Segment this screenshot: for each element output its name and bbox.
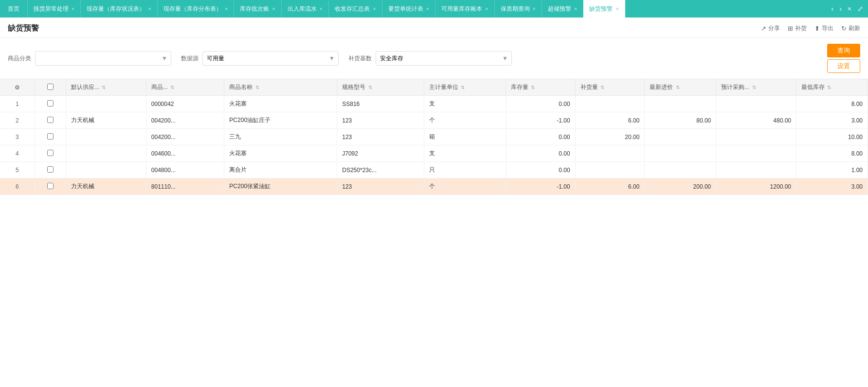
tab-fullscreen-button[interactable]: ⤢	[854, 0, 866, 18]
row-restock-qty	[575, 162, 645, 178]
tab-label: 现存量（库存分布表）	[163, 5, 222, 13]
row-min-stock: 10.00	[796, 129, 868, 145]
col-default-supplier[interactable]: 默认供应... ⇅	[66, 79, 146, 96]
row-checkbox[interactable]	[47, 150, 54, 156]
row-stock: -1.00	[506, 112, 575, 129]
row-checkbox-cell[interactable]	[35, 162, 66, 178]
tab-overstock[interactable]: 超储预警×	[542, 0, 583, 18]
row-spec: J7092	[337, 145, 424, 162]
tab-available-ledger[interactable]: 可用量库存账本×	[435, 0, 494, 18]
restock-button[interactable]: ⊞ 补货	[788, 24, 807, 33]
row-unit: 个	[424, 112, 506, 129]
row-checkbox[interactable]	[47, 166, 54, 173]
row-latest-price: 200.00	[645, 178, 716, 195]
col-est-purchase[interactable]: 预计采购... ⇅	[716, 79, 796, 96]
tab-next-button[interactable]: ›	[836, 0, 845, 18]
col-gear[interactable]: ⚙	[0, 79, 35, 96]
datasource-select-wrapper: 可用量 ▼	[202, 51, 339, 66]
tab-close-icon[interactable]: ×	[533, 6, 536, 12]
col-product-name[interactable]: 商品名称 ⇅	[224, 79, 337, 96]
tab-label: 现存量（库存状况表）	[87, 5, 145, 13]
sort-icon-name: ⇅	[255, 85, 259, 90]
category-select-wrapper: ▼	[35, 51, 171, 66]
col-restock-qty[interactable]: 补货量 ⇅	[575, 79, 645, 96]
tab-close-icon[interactable]: ×	[373, 6, 376, 12]
share-button[interactable]: ↗ 分享	[761, 24, 780, 33]
tab-close-icon[interactable]: ×	[574, 6, 577, 12]
row-latest-price: 80.00	[645, 112, 716, 129]
select-all-checkbox[interactable]	[47, 84, 54, 90]
tab-home[interactable]: 首页	[0, 0, 28, 18]
col-spec[interactable]: 规格型号 ⇅	[337, 79, 424, 96]
row-checkbox[interactable]	[47, 133, 54, 140]
row-supplier: 力天机械	[66, 112, 146, 129]
col-product-code[interactable]: 商品... ⇅	[146, 79, 224, 96]
sort-icon-supplier: ⇅	[102, 85, 106, 90]
row-product-code: 004600...	[146, 145, 224, 162]
tab-batch-account[interactable]: 库存批次账×	[234, 0, 281, 18]
row-supplier	[66, 162, 146, 178]
row-restock-qty	[575, 145, 645, 162]
tab-close-icon[interactable]: ×	[225, 6, 228, 12]
main-content: 缺货预警 ↗ 分享 ⊞ 补货 ⬆ 导出 ↻ 刷新 商品分类	[0, 18, 868, 387]
col-unit[interactable]: 主计量单位 ⇅	[424, 79, 506, 96]
gear-icon[interactable]: ⚙	[15, 84, 20, 91]
tab-prev-button[interactable]: ‹	[828, 0, 836, 18]
tab-label: 超储预警	[548, 5, 571, 13]
col-min-stock[interactable]: 最低库存 ⇅	[796, 79, 868, 96]
settings-button[interactable]: 设置	[827, 59, 860, 73]
row-checkbox-cell[interactable]	[35, 145, 66, 162]
row-min-stock: 3.00	[796, 178, 868, 195]
export-button[interactable]: ⬆ 导出	[814, 24, 833, 33]
tab-label: 要货单统计表	[388, 5, 423, 13]
tab-recv-summary[interactable]: 收发存汇总表×	[329, 0, 382, 18]
tab-inventory-status[interactable]: 现存量（库存状况表）×	[81, 0, 157, 18]
row-min-stock: 1.00	[796, 162, 868, 178]
row-checkbox-cell[interactable]	[35, 178, 66, 195]
row-checkbox[interactable]	[47, 183, 54, 189]
tab-close-icon[interactable]: ×	[320, 6, 323, 12]
col-latest-price[interactable]: 最新进价 ⇅	[645, 79, 716, 96]
tab-exception[interactable]: 拣货异常处理×	[28, 0, 81, 18]
row-est-purchase	[716, 145, 796, 162]
col-stock[interactable]: 库存量 ⇅	[506, 79, 575, 96]
row-product-name: 离合片	[224, 162, 337, 178]
row-restock-qty: 20.00	[575, 129, 645, 145]
tab-close-button[interactable]: ×	[845, 0, 854, 18]
row-product-name: 火花塞	[224, 96, 337, 112]
row-checkbox[interactable]	[47, 117, 54, 123]
row-product-code: 004200...	[146, 129, 224, 145]
page-title: 缺货预警	[8, 23, 39, 34]
row-num-cell: 6	[0, 178, 35, 195]
tab-close-icon[interactable]: ×	[148, 6, 151, 12]
refresh-button[interactable]: ↻ 刷新	[841, 24, 860, 33]
row-product-name: PC200张紧油缸	[224, 178, 337, 195]
tab-close-icon[interactable]: ×	[426, 6, 429, 12]
row-latest-price	[645, 145, 716, 162]
tab-close-icon[interactable]: ×	[485, 6, 488, 12]
table-container: ⚙ 默认供应... ⇅ 商品... ⇅ 商品名称 ⇅	[0, 79, 868, 195]
tab-inventory-dist[interactable]: 现存量（库存分布表）×	[158, 0, 234, 18]
restock-basis-select[interactable]: 安全库存	[376, 51, 512, 66]
tab-shortage[interactable]: 缺货预警×	[583, 0, 625, 18]
row-checkbox-cell[interactable]	[35, 96, 66, 112]
row-checkbox-cell[interactable]	[35, 129, 66, 145]
tab-close-icon[interactable]: ×	[615, 6, 618, 12]
row-est-purchase	[716, 96, 796, 112]
row-num-cell: 1	[0, 96, 35, 112]
row-checkbox-cell[interactable]	[35, 112, 66, 129]
restock-basis-label: 补货基数	[348, 54, 372, 63]
tab-order-stats[interactable]: 要货单统计表×	[382, 0, 435, 18]
tab-inout-flow[interactable]: 出入库流水×	[282, 0, 329, 18]
row-checkbox[interactable]	[47, 100, 54, 106]
category-select[interactable]	[35, 51, 171, 66]
row-spec: 123	[337, 178, 424, 195]
query-button[interactable]: 查询	[827, 44, 860, 57]
row-stock: 0.00	[506, 145, 575, 162]
tab-close-icon[interactable]: ×	[72, 6, 74, 12]
tab-close-icon[interactable]: ×	[272, 6, 275, 12]
sort-icon-unit: ⇅	[461, 85, 465, 90]
tab-expiry-query[interactable]: 保质期查询×	[495, 0, 542, 18]
row-product-code: 004200...	[146, 112, 224, 129]
datasource-select[interactable]: 可用量	[202, 51, 339, 66]
